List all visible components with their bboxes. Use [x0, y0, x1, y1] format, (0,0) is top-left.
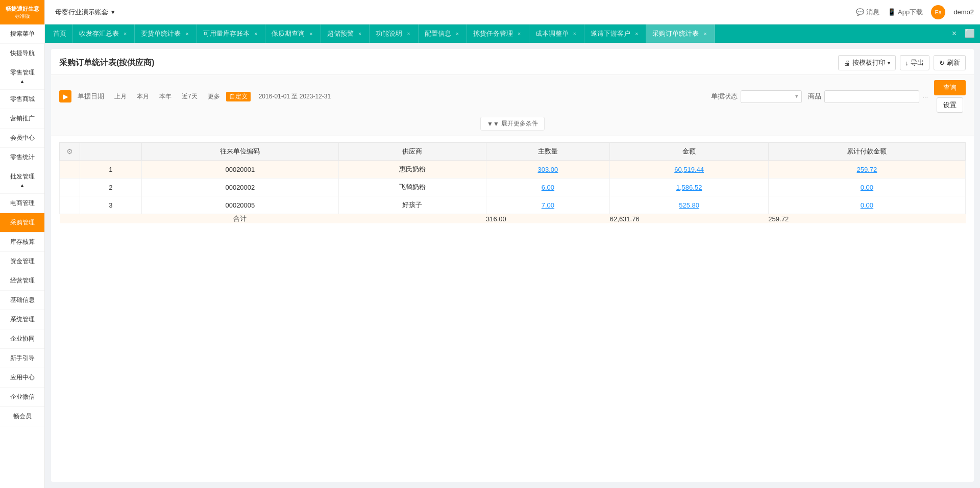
- nav-tab-label-function_desc: 功能说明: [376, 29, 402, 38]
- nav-tab-invite_downstream[interactable]: 邀请下游客户×: [584, 24, 646, 43]
- sidebar-item-label-enterprise: 企业协同: [10, 335, 35, 343]
- sidebar-item-operations[interactable]: 经营管理: [0, 271, 44, 291]
- sidebar-item-ecommerce[interactable]: 电商管理: [0, 194, 44, 213]
- nav-tab-purchase_stats[interactable]: 采购订单统计表×: [646, 24, 715, 43]
- sidebar-item-label-retail_stats: 零售统计: [10, 153, 35, 162]
- workspace-selector[interactable]: 母婴行业演示账套 ▾: [51, 6, 119, 19]
- nav-tab-receive_summary[interactable]: 收发存汇总表×: [73, 24, 135, 43]
- nav-tab-close-invite_downstream[interactable]: ×: [633, 30, 640, 37]
- sidebar-item-member[interactable]: 畅会员: [0, 407, 44, 426]
- sidebar-item-inventory[interactable]: 库存核算: [0, 233, 44, 252]
- nav-tab-function_desc[interactable]: 功能说明×: [370, 24, 418, 43]
- goods-input[interactable]: [824, 90, 919, 103]
- th-amount: 金额: [610, 143, 769, 161]
- nav-tab-close-purchase_stats[interactable]: ×: [702, 30, 708, 37]
- nav-tab-home[interactable]: 首页: [47, 24, 73, 43]
- sidebar-item-app_center[interactable]: 应用中心: [0, 368, 44, 388]
- sidebar-item-member_center[interactable]: 会员中心: [0, 129, 44, 148]
- goods-filter-field: 商品 ···: [808, 90, 928, 103]
- sidebar-item-enterprise_wechat[interactable]: 企业微信: [0, 388, 44, 407]
- settings-button[interactable]: 设置: [937, 97, 963, 113]
- tabs-close-all-button[interactable]: ×: [949, 29, 960, 39]
- date-option-this-year[interactable]: 本年: [155, 91, 176, 102]
- nav-tab-label-task_manage: 拣货任务管理: [473, 29, 513, 38]
- nav-tab-config_info[interactable]: 配置信息×: [419, 24, 467, 43]
- th-supplier-name: 供应商: [338, 143, 486, 161]
- td-supplier-name: 好孩子: [338, 196, 486, 214]
- nav-tabs: 首页收发存汇总表×要货单统计表×可用量库存账本×保质期查询×超储预警×功能说明×…: [45, 24, 980, 43]
- filter-row-1: ▶ 单据日期 上月 本月 本年 近7天 更多 自定义 2016-01-01 至 …: [59, 80, 966, 113]
- nav-tab-close-overstock[interactable]: ×: [357, 30, 363, 37]
- user-name[interactable]: demo2: [953, 8, 974, 16]
- app-download-icon: 📱: [888, 8, 896, 16]
- sidebar-item-marketing[interactable]: 营销推广: [0, 109, 44, 129]
- export-label: 导出: [911, 58, 924, 67]
- date-option-custom[interactable]: 自定义: [226, 92, 251, 101]
- nav-tab-overstock[interactable]: 超储预警×: [321, 24, 370, 43]
- th-supplier-code: 往来单位编码: [141, 143, 338, 161]
- sidebar-item-quick_nav[interactable]: 快捷导航: [0, 44, 44, 63]
- nav-tab-goods_stats[interactable]: 要货单统计表×: [135, 24, 197, 43]
- sidebar-item-label-app_center: 应用中心: [10, 373, 35, 382]
- sidebar-logo[interactable]: 畅捷通好生意 标准版: [0, 0, 44, 24]
- sidebar-item-label-purchase_manage: 采购管理: [10, 218, 35, 227]
- nav-tab-task_manage[interactable]: 拣货任务管理×: [467, 24, 529, 43]
- sidebar-item-label-member_center: 会员中心: [10, 134, 35, 142]
- nav-tab-close-receive_summary[interactable]: ×: [122, 30, 128, 37]
- avatar[interactable]: Ea: [931, 5, 945, 19]
- data-table: ⚙ 往来单位编码 供应商 主数量 金额 累计付款金额 100020001惠氏奶粉…: [59, 142, 966, 223]
- goods-more-icon[interactable]: ···: [922, 93, 928, 100]
- nav-tab-label-shelf_life: 保质期查询: [272, 29, 305, 38]
- nav-tab-close-goods_stats[interactable]: ×: [184, 30, 190, 37]
- page-header: 采购订单统计表(按供应商) 🖨 按模板打印 ▾ ↓ 导出 ↻ 刷新: [51, 49, 974, 75]
- nav-tab-shelf_life[interactable]: 保质期查询×: [265, 24, 321, 43]
- date-options: 上月 本月 本年 近7天 更多 自定义: [110, 91, 251, 102]
- date-option-7-days[interactable]: 近7天: [178, 91, 202, 102]
- nav-tab-available_stock[interactable]: 可用量库存账本×: [197, 24, 265, 43]
- table-row: 200020002飞鹤奶粉6.001,586.520.00: [60, 178, 966, 196]
- expand-more-button[interactable]: ▼▼ 展开更多条件: [480, 117, 545, 131]
- sidebar-item-retail_stats[interactable]: 零售统计: [0, 148, 44, 167]
- sidebar-item-label-retail_shop: 零售商城: [10, 95, 35, 104]
- sidebar-item-batch_manage[interactable]: 批发管理▲: [0, 167, 44, 194]
- sidebar-item-retail_shop[interactable]: 零售商城: [0, 90, 44, 109]
- sidebar-item-basic_info[interactable]: 基础信息: [0, 291, 44, 310]
- sidebar-item-new_guide[interactable]: 新手引导: [0, 349, 44, 368]
- sidebar-item-search[interactable]: 搜索菜单: [0, 24, 44, 44]
- sidebar-item-purchase_manage[interactable]: 采购管理: [0, 213, 44, 233]
- nav-tab-close-available_stock[interactable]: ×: [253, 30, 259, 37]
- date-option-this-month[interactable]: 本月: [133, 91, 153, 102]
- table-config-icon[interactable]: ⚙: [66, 147, 73, 156]
- td-index: 1: [80, 161, 142, 178]
- query-button[interactable]: 查询: [934, 80, 966, 95]
- print-button[interactable]: 🖨 按模板打印 ▾: [838, 55, 896, 70]
- date-option-last-month[interactable]: 上月: [110, 91, 131, 102]
- content-area: 采购订单统计表(按供应商) 🖨 按模板打印 ▾ ↓ 导出 ↻ 刷新: [45, 43, 980, 488]
- message-action[interactable]: 💬 消息: [856, 8, 879, 17]
- nav-tab-close-cost_adjust[interactable]: ×: [572, 30, 578, 37]
- sidebar-logo-text: 畅捷通好生意 标准版: [6, 5, 39, 19]
- footer-paid: 259.72: [768, 214, 965, 224]
- filter-toggle-button[interactable]: ▶: [59, 90, 71, 102]
- date-option-more[interactable]: 更多: [204, 91, 224, 102]
- th-paid: 累计付款金额: [768, 143, 965, 161]
- nav-tab-close-task_manage[interactable]: ×: [516, 30, 522, 37]
- tabs-maximize-button[interactable]: ⬜: [962, 29, 978, 39]
- export-button[interactable]: ↓ 导出: [900, 55, 930, 70]
- nav-tab-close-shelf_life[interactable]: ×: [308, 30, 314, 37]
- status-select[interactable]: [741, 90, 802, 103]
- nav-tab-close-config_info[interactable]: ×: [454, 30, 460, 37]
- sidebar-item-label-search: 搜索菜单: [10, 30, 35, 38]
- nav-tab-close-function_desc[interactable]: ×: [405, 30, 411, 37]
- refresh-label: 刷新: [947, 58, 960, 67]
- sidebar-item-finance[interactable]: 资金管理: [0, 252, 44, 271]
- sidebar-item-sys_manage[interactable]: 系统管理: [0, 310, 44, 329]
- sidebar-item-enterprise[interactable]: 企业协同: [0, 329, 44, 349]
- nav-tab-cost_adjust[interactable]: 成本调整单×: [529, 24, 584, 43]
- app-download-action[interactable]: 📱 App下载: [888, 8, 923, 17]
- workspace-name: 母婴行业演示账套: [55, 8, 108, 17]
- refresh-button[interactable]: ↻ 刷新: [934, 55, 966, 70]
- sidebar-item-retail_manage[interactable]: 零售管理▲: [0, 63, 44, 90]
- td-index: 3: [80, 196, 142, 214]
- td-index: 2: [80, 178, 142, 196]
